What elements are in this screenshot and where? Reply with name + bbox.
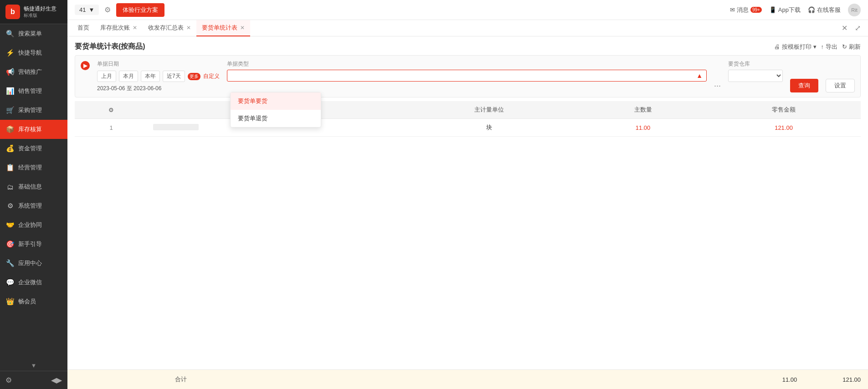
nav-label-12: 应用中心 [18, 259, 42, 267]
tab-3[interactable]: 要货单统计表✕ [196, 20, 250, 36]
collapse-icon[interactable]: ◀▶ [51, 376, 62, 384]
tab-close-2[interactable]: ✕ [186, 25, 191, 31]
filter-expand-button[interactable]: ▶ [81, 61, 90, 70]
app-download-btn[interactable]: 📱 App下载 [769, 6, 801, 14]
warehouse-filter-label: 要货仓库 [728, 60, 783, 68]
last-7-days-btn[interactable]: 近7天 [163, 71, 185, 82]
nav-label-4: 采购管理 [18, 106, 42, 114]
cell-amount-0: 121.00 [707, 119, 861, 137]
topbar: 41 ▼ ⚙ 体验行业方案 ✉ 消息 99+ 📱 App下载 🎧 在线客服 Ri… [67, 0, 868, 20]
footer-amount: 121.00 [842, 376, 861, 383]
print-icon: 🖨 [774, 43, 780, 50]
sidebar-item-搜索菜单[interactable]: 🔍搜索菜单 [0, 24, 67, 43]
sidebar-item-系统管理[interactable]: ⚙系统管理 [0, 196, 67, 215]
nav-label-10: 企业协同 [18, 221, 42, 229]
last-month-btn[interactable]: 上月 [97, 71, 116, 82]
expand-tabs-button[interactable]: ⤢ [852, 23, 863, 33]
tab-2[interactable]: 收发存汇总表✕ [143, 20, 196, 36]
tab-label-0: 首页 [77, 24, 89, 32]
topbar-gear-icon[interactable]: ⚙ [104, 5, 111, 14]
sidebar-scroll-down[interactable]: ▼ [0, 360, 67, 371]
nav-icon-11: 🎯 [5, 240, 15, 249]
table-row: 1 块 11.00 121.00 [75, 119, 861, 137]
nav-icon-0: 🔍 [5, 29, 15, 38]
data-table: ⚙ 商品 主计量单位 主数量 零售金额 1 块 11.00 121.00 [75, 101, 861, 137]
sidebar-item-企业协同[interactable]: 🤝企业协同 [0, 215, 67, 235]
tab-close-1[interactable]: ✕ [133, 25, 137, 31]
export-label: 导出 [826, 43, 837, 51]
refresh-action[interactable]: ↻ 刷新 [842, 43, 861, 51]
type-search-input[interactable] [231, 72, 696, 79]
company-number: 41 [79, 6, 86, 13]
print-dropdown-icon: ▾ [813, 43, 817, 50]
nav-icon-10: 🤝 [5, 220, 15, 230]
nav-label-9: 系统管理 [18, 202, 42, 210]
tab-label-3: 要货单统计表 [202, 24, 237, 32]
app-download-icon: 📱 [769, 6, 776, 13]
sidebar-item-经营管理[interactable]: 📋经营管理 [0, 158, 67, 177]
cell-unit-0: 块 [399, 119, 579, 137]
online-service-btn[interactable]: 🎧 在线客服 [808, 6, 841, 14]
tab-1[interactable]: 库存批次账✕ [95, 20, 143, 36]
query-button[interactable]: 查询 [790, 79, 818, 92]
nav-label-13: 企业微信 [18, 278, 42, 287]
sidebar-item-快捷导航[interactable]: ⚡快捷导航 [0, 43, 67, 62]
type-filter-label: 单据类型 [227, 60, 707, 68]
sidebar-item-新手引导[interactable]: 🎯新手引导 [0, 235, 67, 254]
sidebar-item-采购管理[interactable]: 🛒采购管理 [0, 101, 67, 120]
nav-icon-5: 📦 [5, 125, 15, 134]
tab-label-1: 库存批次账 [100, 24, 130, 32]
messages-btn[interactable]: ✉ 消息 99+ [730, 6, 762, 14]
footer-values: 11.00 121.00 [782, 376, 861, 383]
dropdown-option-0[interactable]: 要货单要货 [231, 92, 321, 110]
type-filter-group: 单据类型 ▲ [227, 60, 707, 82]
export-action[interactable]: ↑ 导出 [821, 43, 838, 51]
nav-label-8: 基础信息 [18, 183, 42, 191]
more-filters-btn[interactable]: ··· [714, 81, 721, 92]
logo-icon: b [5, 5, 20, 19]
logo-text: 畅捷通好生意 标准版 [24, 5, 56, 19]
tab-close-3[interactable]: ✕ [240, 25, 245, 31]
sidebar-item-畅会员[interactable]: 👑畅会员 [0, 292, 67, 311]
nav-icon-14: 👑 [5, 297, 15, 306]
sidebar-item-库存核算[interactable]: 📦库存核算 [0, 120, 67, 139]
warehouse-select[interactable] [728, 70, 783, 82]
print-action[interactable]: 🖨 按模板打印 ▾ [774, 43, 817, 51]
nav-icon-9: ⚙ [5, 201, 15, 210]
nav-label-3: 销售管理 [18, 87, 42, 95]
more-date-options-badge[interactable]: 更多 [188, 73, 200, 80]
this-month-btn[interactable]: 本月 [119, 71, 138, 82]
sidebar-item-销售管理[interactable]: 📊销售管理 [0, 82, 67, 101]
page-title: 要货单统计表(按商品) [75, 42, 145, 51]
this-year-btn[interactable]: 本年 [141, 71, 160, 82]
nav-icon-12: 🔧 [5, 259, 15, 268]
trial-button[interactable]: 体验行业方案 [116, 3, 164, 17]
topbar-left: 41 ▼ ⚙ 体验行业方案 [75, 3, 164, 17]
sidebar-item-应用中心[interactable]: 🔧应用中心 [0, 254, 67, 273]
sidebar-item-资金管理[interactable]: 💰资金管理 [0, 139, 67, 158]
col-settings[interactable]: ⚙ [75, 101, 148, 119]
sidebar-item-基础信息[interactable]: 🗂基础信息 [0, 177, 67, 196]
table-footer: 合计 11.00 121.00 [67, 369, 868, 389]
type-input-wrap[interactable]: ▲ [227, 70, 707, 82]
online-service-label: 在线客服 [817, 6, 841, 14]
tab-0[interactable]: 首页 [72, 20, 95, 36]
close-all-tabs-button[interactable]: ✕ [839, 23, 850, 33]
nav-icon-4: 🛒 [5, 106, 15, 115]
sidebar-item-企业微信[interactable]: 💬企业微信 [0, 273, 67, 292]
cell-quantity-0: 11.00 [579, 119, 707, 137]
print-label: 按模板打印 [782, 43, 812, 51]
footer-quantity: 11.00 [782, 376, 797, 383]
type-dropdown-arrow[interactable]: ▲ [696, 72, 703, 79]
settings-icon[interactable]: ⚙ [5, 376, 12, 384]
nav-label-1: 快捷导航 [18, 49, 42, 57]
sidebar-item-营销推广[interactable]: 📢营销推广 [0, 62, 67, 82]
avatar[interactable]: Rit [848, 4, 861, 16]
company-selector[interactable]: 41 ▼ [75, 5, 99, 15]
date-filter-group: 单据日期 上月 本月 本年 近7天 更多 自定义 2023-05-06 至 20… [97, 60, 220, 92]
setting-button[interactable]: 设置 [826, 79, 855, 92]
app-download-label: App下载 [778, 6, 801, 14]
custom-date-btn[interactable]: 自定义 [203, 72, 220, 80]
type-dropdown-overlay: 要货单要货要货单退货 [230, 92, 321, 128]
dropdown-option-1[interactable]: 要货单退货 [231, 110, 321, 127]
